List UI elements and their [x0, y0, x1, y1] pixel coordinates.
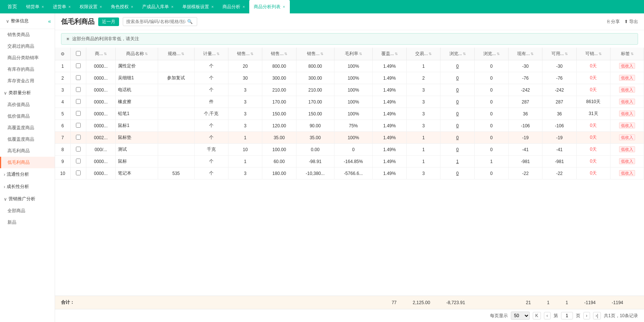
- cell-checkbox[interactable]: [70, 84, 86, 96]
- cell-views1[interactable]: 0: [440, 132, 474, 144]
- sidebar-item-high-profit[interactable]: 高毛利商品: [0, 145, 55, 157]
- col-checkbox[interactable]: [70, 48, 86, 60]
- cell-checkbox[interactable]: [70, 96, 86, 108]
- nav-close-sales[interactable]: ×: [42, 4, 44, 9]
- row-checkbox[interactable]: [76, 75, 81, 80]
- per-page-select[interactable]: 50 20 100 200: [511, 312, 530, 320]
- cell-coverage: 1.49%: [372, 84, 406, 96]
- cell-views1[interactable]: 0: [440, 168, 474, 179]
- cell-views1[interactable]: 0: [440, 120, 474, 132]
- prev-page-btn[interactable]: ‹: [544, 312, 551, 319]
- row-checkbox[interactable]: [76, 123, 81, 128]
- row-checkbox[interactable]: [76, 159, 81, 163]
- sidebar-collapse-btn[interactable]: «: [47, 17, 52, 26]
- cell-checkbox[interactable]: [70, 108, 86, 120]
- sidebar-item-new-goods[interactable]: 新品: [0, 217, 55, 228]
- cell-checkbox[interactable]: [70, 156, 86, 168]
- row-checkbox[interactable]: [76, 99, 81, 104]
- row-checkbox[interactable]: [76, 87, 81, 92]
- cell-views1[interactable]: 0: [440, 60, 474, 72]
- cell-views1[interactable]: 1: [440, 156, 474, 168]
- sidebar-section-circulation[interactable]: › 流通性分析: [0, 168, 55, 181]
- sidebar-item-traded[interactable]: 交易过的商品: [0, 41, 55, 52]
- search-input[interactable]: [126, 19, 186, 24]
- sidebar-section-marketing[interactable]: ∨ 营销推广分析: [0, 193, 55, 205]
- col-saleable-days[interactable]: 可销...⇅: [576, 48, 610, 60]
- nav-close-analysis-list[interactable]: ×: [283, 4, 285, 9]
- sidebar-item-sales-goods[interactable]: 销售类商品: [0, 29, 55, 41]
- cell-checkbox[interactable]: [70, 60, 86, 72]
- filter-btn[interactable]: 近一月: [98, 17, 119, 26]
- row-checkbox[interactable]: [76, 147, 81, 152]
- cell-views1[interactable]: 0: [440, 84, 474, 96]
- row-checkbox[interactable]: [76, 170, 81, 175]
- row-checkbox[interactable]: [76, 111, 81, 116]
- col-current-stock[interactable]: 现有...⇅: [509, 48, 542, 60]
- nav-item-analysis[interactable]: 商品分析 ×: [218, 0, 249, 13]
- sidebar-item-in-stock[interactable]: 有库存的商品: [0, 64, 55, 75]
- first-page-btn[interactable]: K: [533, 312, 541, 319]
- export-btn[interactable]: ⬆ 导出: [624, 19, 638, 25]
- col-tag[interactable]: 标签⇅: [611, 48, 644, 60]
- page-number-input[interactable]: [561, 312, 573, 319]
- sidebar-section-overall[interactable]: ∨ 整体信息: [2, 15, 32, 27]
- col-spec[interactable]: 规格...⇅: [158, 48, 194, 60]
- col-gross-margin[interactable]: 毛利率⇅: [334, 48, 372, 60]
- sidebar-item-low-profit[interactable]: 低毛利商品: [0, 157, 55, 168]
- nav-item-templates[interactable]: 单据模板设置 ×: [178, 0, 218, 13]
- col-sales-qty[interactable]: 销售...⇅: [228, 48, 262, 60]
- table-container[interactable]: ⚙ 商...⇅ 商品名称⇅ 规格...⇅ 计量...⇅ 销售...⇅ 销售...…: [55, 48, 644, 296]
- col-views1[interactable]: 浏览...⇅: [440, 48, 474, 60]
- cell-views1[interactable]: 0: [440, 108, 474, 120]
- cell-views1[interactable]: 0: [440, 144, 474, 156]
- col-name[interactable]: 商品名称⇅: [116, 48, 158, 60]
- cell-views1[interactable]: 0: [440, 72, 474, 84]
- row-checkbox[interactable]: [76, 135, 81, 140]
- cell-checkbox[interactable]: [70, 144, 86, 156]
- cell-checkbox[interactable]: [70, 72, 86, 84]
- cell-checkbox[interactable]: [70, 132, 86, 144]
- sidebar-item-low-value[interactable]: 低价值商品: [0, 111, 55, 122]
- sidebar-item-high-coverage[interactable]: 高覆盖度商品: [0, 122, 55, 134]
- col-unit[interactable]: 计量...⇅: [194, 48, 228, 60]
- cell-checkbox[interactable]: [70, 120, 86, 132]
- nav-item-sales[interactable]: 销货单 ×: [22, 0, 48, 13]
- col-sales-profit[interactable]: 销售...⇅: [296, 48, 334, 60]
- nav-item-products[interactable]: 产成品入库单 ×: [138, 0, 178, 13]
- sidebar-item-all-goods[interactable]: 全部商品: [0, 205, 55, 217]
- nav-item-home[interactable]: 首页: [3, 0, 22, 13]
- search-box[interactable]: 🔍: [123, 17, 197, 26]
- col-available-stock[interactable]: 可用...⇅: [542, 48, 576, 60]
- col-code[interactable]: 商...⇅: [86, 48, 116, 60]
- nav-close-purchase[interactable]: ×: [68, 4, 71, 9]
- nav-close-analysis[interactable]: ×: [243, 4, 245, 9]
- share-btn[interactable]: ⎘ 分享: [607, 19, 620, 25]
- nav-item-permissions[interactable]: 权限设置 ×: [75, 0, 106, 13]
- cell-checkbox[interactable]: [70, 168, 86, 179]
- total-records: 共1页，10条记录: [604, 313, 638, 319]
- col-views2[interactable]: 浏览...⇅: [474, 48, 508, 60]
- next-page-btn[interactable]: ›: [583, 312, 590, 319]
- sidebar-section-growth[interactable]: › 成长性分析: [0, 181, 55, 193]
- nav-item-purchase[interactable]: 进货单 ×: [48, 0, 75, 13]
- col-coverage[interactable]: 覆盖...⇅: [372, 48, 406, 60]
- sidebar-item-high-value[interactable]: 高价值商品: [0, 99, 55, 111]
- row-checkbox[interactable]: [76, 63, 81, 68]
- cell-views1[interactable]: 0: [440, 96, 474, 108]
- sidebar-item-category-rate[interactable]: 商品分类助销率: [0, 52, 55, 64]
- nav-close-permissions[interactable]: ×: [100, 4, 102, 9]
- select-all-checkbox[interactable]: [76, 51, 81, 56]
- col-transactions[interactable]: 交易...⇅: [407, 48, 440, 60]
- last-page-btn[interactable]: ›|: [593, 312, 601, 319]
- nav-item-analysis-list[interactable]: 商品分析列表 ×: [249, 0, 289, 13]
- sidebar-section-cluster[interactable]: ∨ 类群量分析: [0, 87, 55, 99]
- nav-close-products[interactable]: ×: [171, 4, 173, 9]
- cell-unit: 个: [194, 132, 228, 144]
- col-settings[interactable]: ⚙: [55, 48, 70, 60]
- nav-close-roles[interactable]: ×: [131, 4, 133, 9]
- sidebar-item-low-coverage[interactable]: 低覆盖度商品: [0, 134, 55, 145]
- nav-close-templates[interactable]: ×: [211, 4, 214, 9]
- nav-item-roles[interactable]: 角色授权 ×: [106, 0, 138, 13]
- col-sales-amount[interactable]: 销售...⇅: [262, 48, 296, 60]
- sidebar-item-stock-capital[interactable]: 库存资金占用: [0, 75, 55, 87]
